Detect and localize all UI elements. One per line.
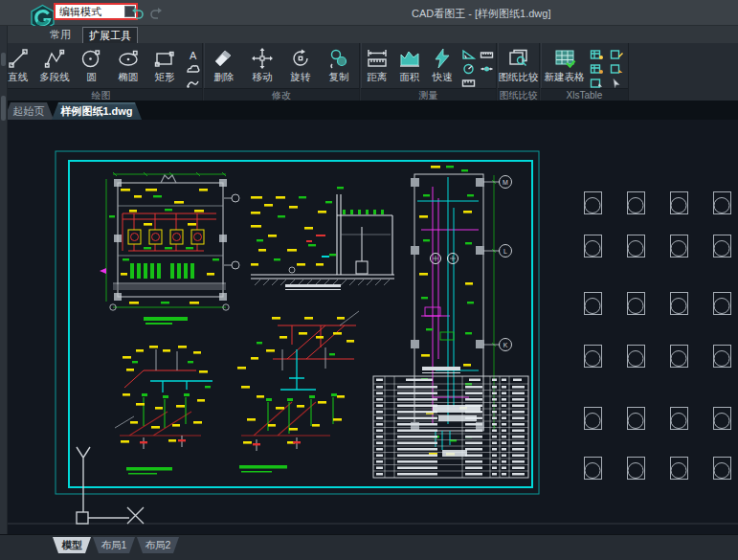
offset-measure-button[interactable] xyxy=(480,62,495,75)
line-icon xyxy=(7,47,30,70)
compare-icon xyxy=(507,47,530,70)
ellipse-button[interactable]: 椭圆 xyxy=(110,45,145,87)
rotate-button[interactable]: 旋转 xyxy=(282,45,320,87)
ribbon: 直线 多段线 圆 xyxy=(0,43,738,101)
table-select-icon xyxy=(590,78,604,89)
redo-button[interactable] xyxy=(148,4,168,21)
table-export-icon xyxy=(610,63,624,75)
grid-label-m: M xyxy=(503,179,508,186)
window-title: CAD看图王 - [样例图纸1.dwg] xyxy=(412,7,550,21)
table-edit-icon xyxy=(610,49,624,60)
revision-cloud-button[interactable] xyxy=(185,62,200,75)
xlstable-tool-2-button[interactable] xyxy=(590,62,605,75)
ribbon-group-xlstable: 新建表格 xyxy=(541,43,629,101)
ruler2-icon xyxy=(480,49,494,60)
polyline-icon xyxy=(43,47,66,70)
undo-icon xyxy=(128,6,144,19)
angle-measure-button[interactable] xyxy=(460,48,476,60)
drawing-compare-button[interactable]: 图纸比较 xyxy=(498,45,539,87)
strip-thumb[interactable] xyxy=(1,96,6,121)
ellipse-icon xyxy=(117,47,140,70)
freehand-icon xyxy=(186,78,200,89)
rectangle-icon xyxy=(153,47,176,70)
area-icon xyxy=(398,47,421,70)
ribbon-group-compare: 图纸比较 图纸比较 xyxy=(498,43,540,101)
undo-button[interactable] xyxy=(126,4,145,21)
document-tab-bar: 起始页 样例图纸1.dwg xyxy=(0,101,738,120)
ruler2-button[interactable] xyxy=(480,48,495,60)
group-label-xlstable: XlsTable xyxy=(541,88,628,101)
left-panel-strip[interactable] xyxy=(0,26,8,534)
tab-common[interactable]: 常用 xyxy=(42,27,78,43)
angle-icon xyxy=(461,49,476,60)
erase-icon xyxy=(212,47,235,70)
move-button[interactable]: 移动 xyxy=(244,45,281,87)
copy-button[interactable]: 复制 xyxy=(321,45,358,87)
ribbon-group-draw: 直线 多段线 圆 xyxy=(0,43,203,101)
app-window: CAD看图王 - [样例图纸1.dwg] 常用 扩展工具 直线 多 xyxy=(0,0,738,560)
svg-text:A: A xyxy=(190,49,197,60)
ribbon-group-measure: 距离 面积 快速 xyxy=(361,43,497,101)
xlstable-tool-5-button[interactable] xyxy=(610,62,625,75)
plan-view-drawing xyxy=(100,172,239,325)
xlstable-tool-4-button[interactable] xyxy=(610,48,625,60)
ruler-icon xyxy=(461,78,476,89)
quick-measure-icon xyxy=(431,47,454,70)
isometric-diagram-b xyxy=(237,311,359,473)
materials-table xyxy=(373,367,528,478)
polyline-button[interactable]: 多段线 xyxy=(36,45,72,87)
isometric-diagram-a xyxy=(115,346,212,475)
group-label-modify: 修改 xyxy=(204,88,359,101)
table-row-icon xyxy=(590,63,604,75)
quick-measure-button[interactable]: 快速 xyxy=(427,45,458,87)
circle-button[interactable]: 圆 xyxy=(74,45,109,87)
text-tool-button[interactable]: A xyxy=(185,48,200,60)
drawing-canvas[interactable]: M L K xyxy=(8,120,738,534)
section-view-drawing xyxy=(251,187,394,290)
layout-tab-bar: 模型 布局1 布局2 xyxy=(0,534,738,560)
tab-sample-drawing[interactable]: 样例图纸1.dwg xyxy=(52,102,142,120)
group-label-compare: 图纸比较 xyxy=(498,88,539,101)
group-label-draw: 绘图 xyxy=(0,88,202,101)
mode-combo-value[interactable] xyxy=(56,6,124,17)
tab-layout2[interactable]: 布局2 xyxy=(137,537,179,553)
xlstable-tool-1-button[interactable] xyxy=(590,48,605,60)
move-icon xyxy=(251,47,274,70)
rectangle-button[interactable]: 矩形 xyxy=(146,45,182,87)
arc-measure-button[interactable] xyxy=(460,62,476,75)
area-button[interactable]: 面积 xyxy=(393,45,425,87)
new-table-icon xyxy=(553,47,576,70)
table-add-icon xyxy=(590,49,604,60)
strip-grip[interactable] xyxy=(1,53,6,66)
distance-button[interactable]: 距离 xyxy=(361,45,392,87)
ribbon-group-modify: 删除 移动 旋转 xyxy=(204,43,360,101)
tab-start-page[interactable]: 起始页 xyxy=(4,102,54,120)
titlebar: CAD看图王 - [样例图纸1.dwg] xyxy=(0,0,738,26)
erase-button[interactable]: 删除 xyxy=(206,45,243,87)
text-icon: A xyxy=(186,49,200,60)
arc-measure-icon xyxy=(461,63,476,75)
block-symbol-grid xyxy=(585,192,731,480)
ribbon-tab-row: 常用 扩展工具 xyxy=(0,26,738,43)
tab-layout1[interactable]: 布局1 xyxy=(93,537,135,553)
new-table-button[interactable]: 新建表格 xyxy=(543,45,587,87)
tab-model[interactable]: 模型 xyxy=(53,537,91,553)
table-pick-icon xyxy=(610,78,624,89)
rotate-icon xyxy=(289,47,312,70)
grid-label-k: K xyxy=(503,342,508,348)
redo-icon xyxy=(150,6,166,19)
ucs-icon xyxy=(77,447,144,524)
frame-inner xyxy=(69,161,532,487)
mode-combo[interactable] xyxy=(54,3,138,20)
tab-extended-tools[interactable]: 扩展工具 xyxy=(82,27,138,43)
revision-cloud-icon xyxy=(186,63,200,75)
group-label-measure: 测量 xyxy=(361,88,496,101)
circle-icon xyxy=(79,47,102,70)
offset-icon xyxy=(480,63,494,75)
distance-icon xyxy=(366,47,389,70)
copy-icon xyxy=(327,47,350,70)
grid-label-l: L xyxy=(503,248,507,255)
